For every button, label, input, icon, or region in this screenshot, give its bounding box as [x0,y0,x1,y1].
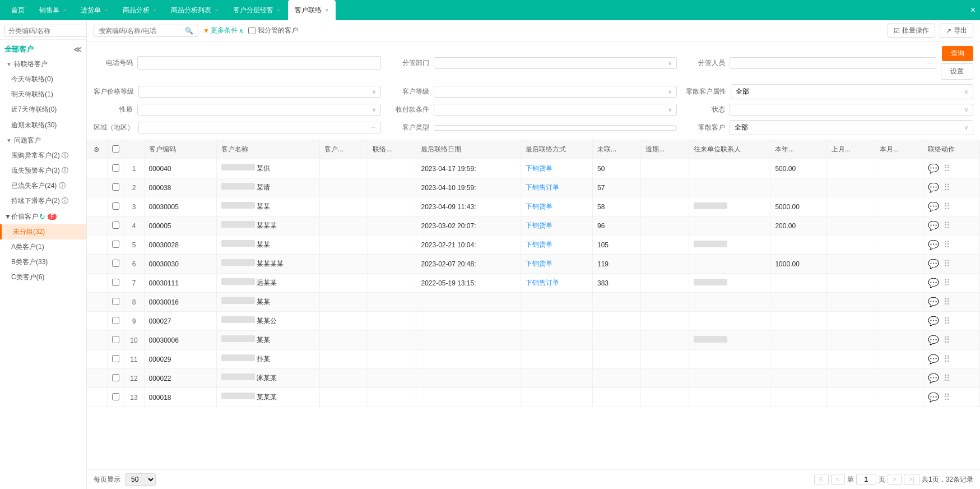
row-checkbox-8[interactable] [112,317,119,324]
row-checkbox-7[interactable] [112,298,119,305]
grid-icon-9[interactable]: ⠿ [944,335,950,345]
sidebar-item-class-a[interactable]: A类客户(1) [0,239,86,255]
my-customers-check[interactable] [248,27,256,34]
chat-icon-11[interactable]: 💬 [928,373,939,384]
retail-customer-select[interactable]: 全部 ∨ [730,120,973,135]
chat-icon-5[interactable]: 💬 [928,259,939,269]
chat-icon-8[interactable]: 💬 [928,316,939,326]
last-way-link-2[interactable]: 下销货单 [526,202,552,210]
dept-select[interactable]: ∨ [434,57,677,69]
tab-customer-segment[interactable]: 客户分层经客 × [226,0,287,20]
region-select[interactable]: ··· [138,122,381,133]
last-way-link-0[interactable]: 下销货单 [526,164,552,172]
chat-icon-3[interactable]: 💬 [928,220,939,231]
row-checkbox-6[interactable] [112,279,119,286]
grid-icon-5[interactable]: ⠿ [944,259,950,269]
row-checkbox-11[interactable] [112,374,119,381]
close-customer-contact[interactable]: × [325,7,328,13]
th-last-month[interactable]: 上月... [826,140,875,159]
last-way-link-1[interactable]: 下销售订单 [526,183,559,191]
close-purchase-order[interactable]: × [104,7,108,13]
chat-icon-2[interactable]: 💬 [928,201,939,212]
sidebar-item-overdue-contact[interactable]: 逾期未联络(30) [0,118,86,133]
th-this-month[interactable]: 本月... [875,140,923,159]
grid-icon-6[interactable]: ⠿ [944,278,950,288]
tab-product-analysis[interactable]: 商品分析 × [116,0,163,20]
chat-icon-7[interactable]: 💬 [928,297,939,307]
staff-select[interactable]: ··· [730,57,936,69]
close-all-btn[interactable]: × [970,5,976,15]
sidebar-item-today-pending[interactable]: 今天待联络(0) [0,72,86,87]
chat-icon-12[interactable]: 💬 [928,392,939,403]
last-page-btn[interactable]: >| [904,474,919,485]
sidebar-item-class-c[interactable]: C类客户(6) [0,270,86,285]
group-problem-customers[interactable]: ▼ 问题客户 [0,133,86,148]
sidebar-item-declining[interactable]: 持续下滑客户(2) ⓘ [0,193,86,209]
grid-icon-11[interactable]: ⠿ [944,373,950,384]
th-un-contact[interactable]: 未联... [593,140,641,159]
phone-input[interactable] [137,56,381,70]
query-btn[interactable]: 查询 [942,46,973,61]
all-customers-header[interactable]: 全部客户 ≪ [0,40,86,57]
group-value-customers[interactable]: ▼ 价值客户 ↻ F [0,209,86,224]
th-name[interactable]: 客户名称 [216,140,319,159]
row-checkbox-12[interactable] [112,393,119,400]
grid-icon-2[interactable]: ⠿ [944,201,950,212]
grid-icon-3[interactable]: ⠿ [944,220,950,231]
last-way-link-5[interactable]: 下销货单 [526,260,552,267]
th-contacts-person[interactable]: 往来单位联系人 [689,140,770,159]
next-page-btn[interactable]: > [888,474,902,485]
sidebar-item-churned[interactable]: 已流失客户(24) ⓘ [0,178,86,193]
close-product-analysis[interactable]: × [153,7,156,13]
th-customer-type[interactable]: 客户... [320,140,368,159]
last-way-link-3[interactable]: 下销货单 [526,222,552,229]
th-contact[interactable]: 联络... [368,140,416,159]
filter-search-icon[interactable]: 🔍 [185,27,193,35]
refresh-icon[interactable]: ↻ [39,213,45,221]
grid-icon-12[interactable]: ⠿ [944,392,950,403]
th-this-year[interactable]: 本年... [770,140,827,159]
tab-customer-contact[interactable]: 客户联络 × [288,0,335,20]
close-product-analysis-list[interactable]: × [215,7,218,13]
last-way-link-6[interactable]: 下销售订单 [526,279,559,287]
export-btn[interactable]: ↗ 导出 [940,24,973,38]
customer-grade-select[interactable]: ∨ [434,86,677,98]
tab-sales-order[interactable]: 销售单 × [32,0,73,20]
more-conditions-btn[interactable]: ▼ 更多条件 ∧ [203,26,244,35]
close-customer-segment[interactable]: × [277,7,280,13]
select-all-checkbox[interactable] [112,145,119,153]
chat-icon-0[interactable]: 💬 [928,163,939,174]
first-page-btn[interactable]: K [814,474,829,485]
tab-purchase-order[interactable]: 进货单 × [74,0,114,20]
row-checkbox-10[interactable] [112,355,119,362]
row-checkbox-2[interactable] [112,202,119,210]
group-pending-contact[interactable]: ▼ 待联络客户 [0,57,86,72]
grid-icon-4[interactable]: ⠿ [944,239,950,250]
payment-select[interactable]: ∨ [434,104,677,116]
status-select[interactable]: ∨ [730,104,973,116]
sidebar-item-class-b[interactable]: B类客户(33) [0,255,86,270]
grid-icon-1[interactable]: ⠿ [944,182,950,193]
price-grade-select[interactable]: ∨ [138,86,381,98]
row-checkbox-3[interactable] [112,222,119,229]
sidebar-collapse-icon[interactable]: ≪ [73,45,82,54]
row-checkbox-5[interactable] [112,260,119,267]
property-select[interactable]: ∨ [137,104,381,116]
th-last-way[interactable]: 最后联络方式 [521,140,593,159]
last-way-link-4[interactable]: 下销货单 [526,241,552,248]
sidebar-item-7days-pending[interactable]: 近7天待联络(0) [0,102,86,117]
sidebar-item-tomorrow-pending[interactable]: 明天待联络(1) [0,87,86,102]
tab-product-analysis-list[interactable]: 商品分析列表 × [164,0,225,20]
row-checkbox-9[interactable] [112,336,119,343]
row-checkbox-4[interactable] [112,241,119,248]
close-sales-order[interactable]: × [63,7,66,13]
batch-op-btn[interactable]: ☑ 批量操作 [888,24,935,38]
grid-icon-7[interactable]: ⠿ [944,297,950,307]
grid-icon-0[interactable]: ⠿ [944,163,950,174]
chat-icon-4[interactable]: 💬 [928,239,939,250]
th-code[interactable]: 客户编码 [144,140,216,159]
chat-icon-1[interactable]: 💬 [928,182,939,193]
th-overdue[interactable]: 逾期... [641,140,689,159]
th-last-date[interactable]: 最后联络日期 [416,140,521,159]
customer-type-select[interactable] [434,125,677,131]
